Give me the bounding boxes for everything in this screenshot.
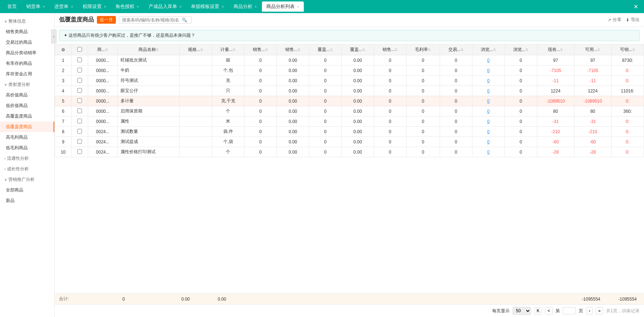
col-header-name[interactable]: 商品名称 ⇅ <box>117 44 179 55</box>
col-header-sales_num[interactable]: 销售... ⇅ <box>374 44 406 55</box>
nav-tab-单据模板设置[interactable]: 单据模板设置 × <box>186 1 228 12</box>
row-checkbox[interactable] <box>71 127 88 137</box>
tab-close-icon[interactable]: × <box>221 4 224 9</box>
row-browse2: 0 <box>504 66 537 76</box>
nav-tab-进货单[interactable]: 进货单 × <box>50 1 77 12</box>
col-header-sales_amt[interactable]: 销售... ⇅ <box>277 44 309 55</box>
col-header-spec[interactable]: 规格... ⇅ <box>180 44 212 55</box>
row-gross-margin: 0 <box>406 106 440 116</box>
row-browse1[interactable]: 0 <box>472 147 504 157</box>
sidebar-item-低覆盖度商品[interactable]: 低覆盖度商品 <box>0 122 54 132</box>
data-table-container[interactable]: ⚙商... ⇅商品名称 ⇅规格... ⇅计量... ⇅销售... ⇅销售... … <box>55 44 644 293</box>
sidebar-item-全部商品[interactable]: 全部商品 <box>0 185 54 195</box>
row-checkbox[interactable] <box>71 116 88 127</box>
tab-close-icon[interactable]: × <box>43 4 45 9</box>
tab-close-icon[interactable]: × <box>104 4 106 9</box>
sidebar-section-流通性分析[interactable]: ›流通性分析 <box>0 153 54 164</box>
sidebar-item-库存资金占用[interactable]: 库存资金占用 <box>0 69 54 79</box>
tab-close-icon[interactable]: × <box>297 4 299 9</box>
row-browse1[interactable]: 0 <box>472 76 504 86</box>
tab-close-icon[interactable]: × <box>255 4 257 9</box>
row-browse1[interactable]: 0 <box>472 127 504 137</box>
top-nav: 首页销货单 ×进货单 ×权限设置 ×角色授权 ×产成品入库单 ×单据模板设置 ×… <box>0 0 644 13</box>
row-browse1[interactable]: 0 <box>472 66 504 76</box>
col-header-browse2[interactable]: 浏览... ⇅ <box>504 44 537 55</box>
sidebar-section-营销推广分析[interactable]: ∨营销推广分析 <box>0 174 54 185</box>
sidebar-item-低价值商品[interactable]: 低价值商品 <box>0 100 54 111</box>
row-spec <box>180 147 212 157</box>
row-checkbox[interactable] <box>71 96 88 106</box>
row-spec <box>180 55 212 66</box>
sidebar-item-高价值商品[interactable]: 高价值商品 <box>0 90 54 100</box>
row-unit: 箱 <box>212 55 244 66</box>
row-browse1[interactable]: 0 <box>472 96 504 106</box>
col-header-trade[interactable]: 交易... ⇅ <box>440 44 472 55</box>
row-trade: 0 <box>440 76 472 86</box>
per-page-select[interactable]: 50 100 200 <box>513 307 531 315</box>
window-close-button[interactable]: ✕ <box>631 3 641 10</box>
row-cov2: 0.00 <box>342 106 374 116</box>
nav-tab-商品分析列表[interactable]: 商品分析列表 × <box>262 1 303 12</box>
sidebar-collapse-button[interactable]: « <box>51 29 57 44</box>
sidebar-section-类射度分析[interactable]: ∨类射度分析 <box>0 79 54 90</box>
row-unit: 个 <box>212 147 244 157</box>
col-header-code[interactable]: 商... ⇅ <box>88 44 117 55</box>
row-browse1[interactable]: 0 <box>472 86 504 96</box>
sidebar-item-高毛利商品[interactable]: 高毛利商品 <box>0 132 54 143</box>
nav-tab-产成品入库单[interactable]: 产成品入库单 × <box>144 1 186 12</box>
col-header-coverage1[interactable]: 覆盖... ⇅ <box>309 44 342 55</box>
nav-tab-商品分析[interactable]: 商品分析 × <box>229 1 261 12</box>
row-checkbox[interactable] <box>71 147 88 157</box>
first-page-button[interactable]: K <box>534 307 542 314</box>
prev-page-button[interactable]: < <box>545 307 553 314</box>
time-filter-button[interactable]: 近一月 <box>97 16 116 24</box>
col-header-sales_qty[interactable]: 销售... ⇅ <box>244 44 277 55</box>
sidebar-item-有库存的商品[interactable]: 有库存的商品 <box>0 58 54 69</box>
sidebar-item-低毛利商品[interactable]: 低毛利商品 <box>0 143 54 153</box>
col-header-current_stock[interactable]: 现有... ⇅ <box>537 44 574 55</box>
row-browse1[interactable]: 0 <box>472 55 504 66</box>
sidebar-item-销售类商品[interactable]: 销售类商品 <box>0 27 54 37</box>
search-icon[interactable]: 🔍 <box>182 17 187 23</box>
last-page-button[interactable]: » <box>596 307 603 314</box>
row-checkbox[interactable] <box>71 76 88 86</box>
col-header-available[interactable]: 可用... ⇅ <box>574 44 611 55</box>
sidebar-section-成长性分析[interactable]: ›成长性分析 <box>0 164 54 174</box>
nav-tab-权限设置[interactable]: 权限设置 × <box>78 1 110 12</box>
next-page-button[interactable]: › <box>586 307 593 314</box>
col-header-unit[interactable]: 计量... ⇅ <box>212 44 244 55</box>
row-checkbox[interactable] <box>71 66 88 76</box>
col-header-coverage2[interactable]: 覆盖... ⇅ <box>342 44 374 55</box>
sidebar-item-新品[interactable]: 新品 <box>0 195 54 206</box>
row-sales-amt: 0.00 <box>277 147 309 157</box>
nav-tab-首页[interactable]: 首页 <box>3 1 21 12</box>
col-header-saleable[interactable]: 可销... ⇅ <box>611 44 644 55</box>
row-browse1[interactable]: 0 <box>472 106 504 116</box>
sidebar-section-整体信息[interactable]: ∨整体信息 <box>0 16 54 27</box>
row-checkbox[interactable] <box>71 55 88 66</box>
row-browse1[interactable]: 0 <box>472 116 504 127</box>
sidebar-item-交易过的商品[interactable]: 交易过的商品 <box>0 37 54 48</box>
tab-close-icon[interactable]: × <box>137 4 139 9</box>
table-row: 30000...符号测试克00.0000.0000000-11-110: <box>55 76 644 86</box>
collapse-icon: « <box>53 35 55 39</box>
row-checkbox[interactable] <box>71 137 88 147</box>
col-header-gross_margin[interactable]: 毛利率 ⇅ <box>406 44 440 55</box>
row-browse1[interactable]: 0 <box>472 137 504 147</box>
export-action[interactable]: ⬇ 导出 <box>626 17 640 23</box>
share-label: 分享 <box>613 17 621 23</box>
search-input[interactable] <box>122 17 180 23</box>
page-input[interactable]: 1 <box>563 307 576 314</box>
tab-close-icon[interactable]: × <box>71 4 73 9</box>
select-all-checkbox[interactable] <box>77 47 82 52</box>
nav-tab-角色授权[interactable]: 角色授权 × <box>111 1 143 12</box>
nav-tab-销货单[interactable]: 销货单 × <box>22 1 49 12</box>
tab-close-icon[interactable]: × <box>179 4 181 9</box>
sidebar-item-商品分类动销率[interactable]: 商品分类动销率 <box>0 48 54 58</box>
settings-icon[interactable]: ⚙ <box>61 47 65 52</box>
row-checkbox[interactable] <box>71 86 88 96</box>
share-action[interactable]: ↗ 分享 <box>608 17 621 23</box>
row-checkbox[interactable] <box>71 106 88 116</box>
sidebar-item-高覆盖度商品[interactable]: 高覆盖度商品 <box>0 111 54 122</box>
col-header-browse1[interactable]: 浏览... ⇅ <box>472 44 504 55</box>
